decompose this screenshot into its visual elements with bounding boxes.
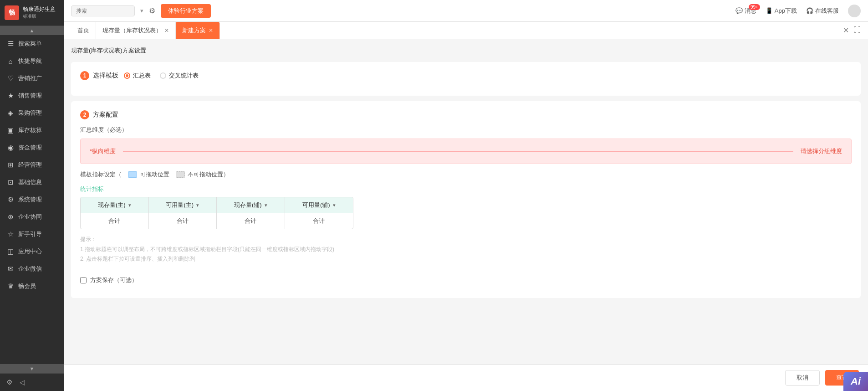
main-area: ▾ ⚙ 体验行业方案 💬 消息 99+ 📱 App下载 🎧 在线客服 首页	[64, 0, 868, 391]
tab-new-plan-close-icon[interactable]: ✕	[209, 27, 213, 34]
col-header-4[interactable]: 可用量(辅) ▾	[285, 197, 353, 213]
sidebar-item-search-menu[interactable]: ☰ 搜索菜单	[0, 35, 64, 52]
operation-icon: ⊞	[6, 161, 15, 169]
sidebar-item-app-center[interactable]: ◫ 应用中心	[0, 243, 64, 260]
content-area: 现存量(库存状况表)方案设置 1 选择模板 汇总表 交叉统计表	[64, 39, 868, 364]
user-avatar[interactable]	[848, 5, 861, 17]
col-header-2[interactable]: 可用量(主) ▾	[149, 197, 217, 213]
new-guide-icon: ☆	[6, 230, 15, 238]
draggable-box	[128, 171, 137, 178]
gear-icon[interactable]: ⚙	[149, 6, 155, 15]
sidebar-item-member[interactable]: ♛ 畅会员	[0, 278, 64, 295]
messages-button[interactable]: 💬 消息 99+	[735, 7, 756, 15]
page-title: 现存量(库存状况表)方案设置	[71, 46, 861, 55]
sidebar-item-wechat[interactable]: ✉ 企业微信	[0, 260, 64, 278]
message-bell-icon: 💬	[735, 7, 743, 14]
vertical-dimension-label: *纵向维度	[90, 147, 116, 155]
save-option-label: 方案保存（可选）	[90, 276, 138, 284]
cell-1-3: 合计	[217, 213, 285, 229]
radio-cross[interactable]: 交叉统计表	[160, 72, 199, 80]
no-drag-indicator: 不可拖动位置）	[176, 170, 229, 179]
message-badge: 99+	[749, 4, 760, 10]
step2-card: 2 方案配置 汇总维度（必选） *纵向维度 请选择分组维度 模板指标设定（ 可拖…	[71, 101, 861, 298]
system-icon: ⚙	[6, 196, 15, 204]
sidebar-item-operation[interactable]: ⊞ 经营管理	[0, 156, 64, 174]
sidebar-item-marketing[interactable]: ♡ 营销推广	[0, 70, 64, 87]
purchase-icon: ◈	[6, 109, 15, 117]
window-close-icon[interactable]: ✕	[843, 26, 849, 35]
inventory-icon: ▣	[6, 126, 15, 134]
topbar-right: 💬 消息 99+ 📱 App下载 🎧 在线客服	[735, 5, 861, 17]
col3-chevron-icon[interactable]: ▾	[265, 202, 267, 208]
window-expand-icon[interactable]: ⛶	[853, 26, 861, 35]
sales-icon: ★	[6, 92, 15, 100]
app-download-icon: 📱	[766, 7, 773, 14]
cell-1-4: 合计	[285, 213, 353, 229]
col1-chevron-icon[interactable]: ▾	[128, 202, 131, 208]
step2-badge: 2	[80, 110, 89, 119]
member-icon: ♛	[6, 282, 15, 290]
tips-title: 提示：	[80, 235, 852, 245]
stats-table-row-1: 合计 合计 合计 合计	[81, 213, 353, 229]
col4-chevron-icon[interactable]: ▾	[333, 202, 336, 208]
tip-item-1: 1.拖动标题栏可以调整布局，不可跨维度或指标区域拖动栏目字段(只能在同一维度或指…	[80, 245, 852, 255]
sidebar-nav: ☰ 搜索菜单 ⌂ 快捷导航 ♡ 营销推广 ★ 销售管理 ◈ 采购管理 ▣ 库存核…	[0, 35, 64, 364]
template-radio-group: 汇总表 交叉统计表	[124, 72, 199, 80]
sound-icon[interactable]: ◁	[20, 378, 25, 386]
no-drag-box	[176, 171, 185, 178]
step1-header: 1 选择模板 汇总表 交叉统计表	[80, 71, 852, 80]
trial-button[interactable]: 体验行业方案	[161, 4, 211, 18]
sidebar-item-new-guide[interactable]: ☆ 新手引导	[0, 226, 64, 243]
cell-1-1: 合计	[81, 213, 149, 229]
sidebar-scroll-up[interactable]: ▲	[0, 26, 64, 35]
col2-chevron-icon[interactable]: ▾	[196, 202, 199, 208]
tab-inventory-close-icon[interactable]: ✕	[164, 27, 169, 34]
sidebar-item-inventory[interactable]: ▣ 库存核算	[0, 122, 64, 139]
draggable-label: 可拖动位置	[140, 170, 169, 179]
sidebar-item-basic-info[interactable]: ⊡ 基础信息	[0, 174, 64, 191]
search-input[interactable]	[71, 5, 135, 16]
draggable-indicator: 可拖动位置	[128, 170, 169, 179]
headset-icon: 🎧	[806, 7, 813, 14]
sidebar-item-finance[interactable]: ◉ 资金管理	[0, 139, 64, 156]
sidebar-scroll-down[interactable]: ▼	[0, 364, 64, 373]
tab-home[interactable]: 首页	[71, 22, 96, 39]
online-service-button[interactable]: 🎧 在线客服	[806, 7, 839, 15]
tip-item-2: 2. 点击标题栏下拉可设置排序、插入列和删除列	[80, 254, 852, 264]
tab-inventory-status[interactable]: 现存量（库存状况表） ✕	[96, 22, 176, 39]
app-download-button[interactable]: 📱 App下载	[766, 7, 797, 15]
settings-icon[interactable]: ⚙	[6, 378, 12, 386]
logo-text: 畅康通好生意 标准版	[23, 6, 56, 20]
wechat-icon: ✉	[6, 265, 15, 273]
radio-summary[interactable]: 汇总表	[124, 72, 151, 80]
dimension-separator-line	[123, 151, 793, 152]
topbar: ▾ ⚙ 体验行业方案 💬 消息 99+ 📱 App下载 🎧 在线客服	[64, 0, 868, 22]
dimension-area[interactable]: *纵向维度 请选择分组维度	[80, 139, 852, 164]
sidebar-logo: 畅 畅康通好生意 标准版	[0, 0, 64, 26]
sidebar-item-cooperation[interactable]: ⊕ 企业协同	[0, 208, 64, 226]
step1-card: 1 选择模板 汇总表 交叉统计表	[71, 62, 861, 96]
sidebar-item-system[interactable]: ⚙ 系统管理	[0, 191, 64, 208]
tab-new-plan[interactable]: 新建方案 ✕	[176, 22, 220, 39]
no-drag-label: 不可拖动位置）	[188, 170, 229, 179]
col-header-3[interactable]: 现存量(辅) ▾	[217, 197, 285, 213]
sidebar-bottom: ⚙ ◁	[0, 373, 64, 391]
col-header-1[interactable]: 现存量(主) ▾	[81, 197, 149, 213]
search-menu-icon: ☰	[6, 40, 15, 48]
sidebar-item-sales[interactable]: ★ 销售管理	[0, 87, 64, 104]
step2-title: 方案配置	[93, 111, 118, 119]
radio-cross-circle	[160, 72, 166, 79]
step2-header: 2 方案配置	[80, 110, 852, 119]
cancel-button[interactable]: 取消	[785, 370, 820, 386]
logo-icon: 畅	[5, 5, 19, 20]
sidebar-item-purchase[interactable]: ◈ 采购管理	[0, 104, 64, 122]
dimension-section-label: 汇总维度（必选）	[80, 126, 852, 134]
sidebar-item-quick-nav[interactable]: ⌂ 快捷导航	[0, 52, 64, 70]
stats-table: 现存量(主) ▾ 可用量(主) ▾ 现存量(辅) ▾ 可用量(辅)	[80, 197, 353, 229]
stats-table-header: 现存量(主) ▾ 可用量(主) ▾ 现存量(辅) ▾ 可用量(辅)	[81, 197, 353, 213]
stats-section: 统计指标 现存量(主) ▾ 可用量(主) ▾ 现存量(辅) ▾	[80, 185, 852, 229]
save-checkbox[interactable]	[80, 277, 87, 283]
step1-title: 选择模板	[93, 72, 118, 80]
search-dropdown-icon[interactable]: ▾	[140, 7, 143, 14]
ai-badge[interactable]: Ai	[843, 372, 868, 391]
